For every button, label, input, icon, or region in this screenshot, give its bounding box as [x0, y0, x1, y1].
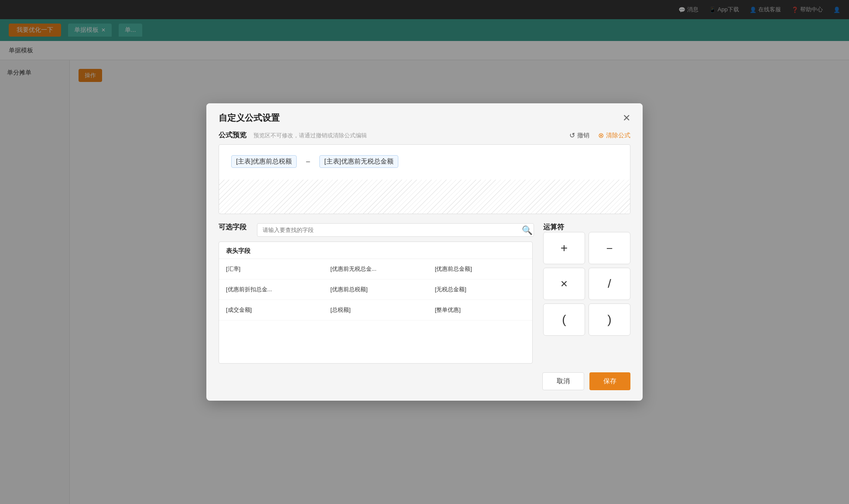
field-item[interactable]: [无税总金额] — [428, 279, 532, 300]
clear-icon: ⊗ — [598, 131, 604, 140]
fields-panel: 可选字段 🔍 表头字段 [汇率] [优惠前无税总金... [优惠前总金额] [优 — [219, 223, 533, 364]
operators-grid: + － × / ( ) — [543, 232, 630, 336]
clear-formula-button[interactable]: ⊗ 清除公式 — [598, 131, 630, 140]
preview-label-group: 公式预览 预览区不可修改，请通过撤销或清除公式编辑 — [219, 131, 367, 140]
field-item[interactable]: [优惠前总金额] — [428, 259, 532, 279]
fields-group-header: 表头字段 — [219, 242, 532, 259]
operators-label: 运算符 — [543, 223, 564, 231]
modal-close-button[interactable]: ✕ — [623, 113, 630, 123]
field-search-row: 🔍 — [257, 223, 533, 237]
operator-minus-button[interactable]: － — [589, 232, 630, 264]
cancel-button[interactable]: 取消 — [542, 372, 584, 390]
save-button[interactable]: 保存 — [589, 372, 630, 390]
formula-operator-1: － — [304, 156, 312, 167]
formula-part-1: [主表]优惠前总税额 — [231, 155, 297, 168]
field-search-input[interactable] — [257, 223, 534, 237]
preview-header: 公式预览 预览区不可修改，请通过撤销或清除公式编辑 ↺ 撤销 ⊗ 清除公式 — [219, 131, 630, 140]
preview-label: 公式预览 — [219, 131, 246, 140]
formula-preview-box: [主表]优惠前总税额 － [主表]优惠前无税总金额 — [219, 144, 630, 214]
preview-hint: 预览区不可修改，请通过撤销或清除公式编辑 — [253, 132, 367, 139]
field-item[interactable]: [优惠前总税额] — [323, 279, 428, 300]
field-item[interactable]: [整单优惠] — [428, 300, 532, 320]
bottom-section: 可选字段 🔍 表头字段 [汇率] [优惠前无税总金... [优惠前总金额] [优 — [219, 223, 630, 364]
field-item[interactable]: [成交金额] — [219, 300, 323, 320]
field-item[interactable]: [汇率] — [219, 259, 323, 279]
modal-header: 自定义公式设置 ✕ — [206, 103, 643, 131]
undo-icon: ↺ — [569, 131, 575, 140]
operator-multiply-button[interactable]: × — [543, 268, 585, 300]
operator-right-paren-button[interactable]: ) — [589, 303, 630, 336]
field-item[interactable]: [优惠前折扣总金... — [219, 279, 323, 300]
modal-title: 自定义公式设置 — [219, 112, 280, 124]
fields-list: 表头字段 [汇率] [优惠前无税总金... [优惠前总金额] [优惠前折扣总金.… — [219, 242, 533, 364]
undo-button[interactable]: ↺ 撤销 — [569, 131, 589, 140]
fields-panel-label: 可选字段 — [219, 223, 246, 232]
operator-divide-button[interactable]: / — [589, 268, 630, 300]
formula-settings-modal: 自定义公式设置 ✕ 公式预览 预览区不可修改，请通过撤销或清除公式编辑 ↺ 撤销… — [206, 103, 643, 401]
formula-part-2: [主表]优惠前无税总金额 — [319, 155, 398, 168]
operator-plus-button[interactable]: + — [543, 232, 585, 264]
operator-left-paren-button[interactable]: ( — [543, 303, 585, 336]
preview-actions: ↺ 撤销 ⊗ 清除公式 — [569, 131, 630, 140]
formula-display: [主表]优惠前总税额 － [主表]优惠前无税总金额 — [231, 155, 618, 168]
modal-footer: 取消 保存 — [219, 372, 630, 390]
operators-panel: 运算符 + － × / ( ) — [543, 223, 630, 364]
field-item[interactable]: [优惠前无税总金... — [323, 259, 428, 279]
fields-grid: [汇率] [优惠前无税总金... [优惠前总金额] [优惠前折扣总金... [优… — [219, 259, 532, 320]
modal-overlay: 自定义公式设置 ✕ 公式预览 预览区不可修改，请通过撤销或清除公式编辑 ↺ 撤销… — [0, 0, 849, 504]
modal-body: 公式预览 预览区不可修改，请通过撤销或清除公式编辑 ↺ 撤销 ⊗ 清除公式 — [206, 131, 643, 401]
field-item[interactable]: [总税额] — [323, 300, 428, 320]
